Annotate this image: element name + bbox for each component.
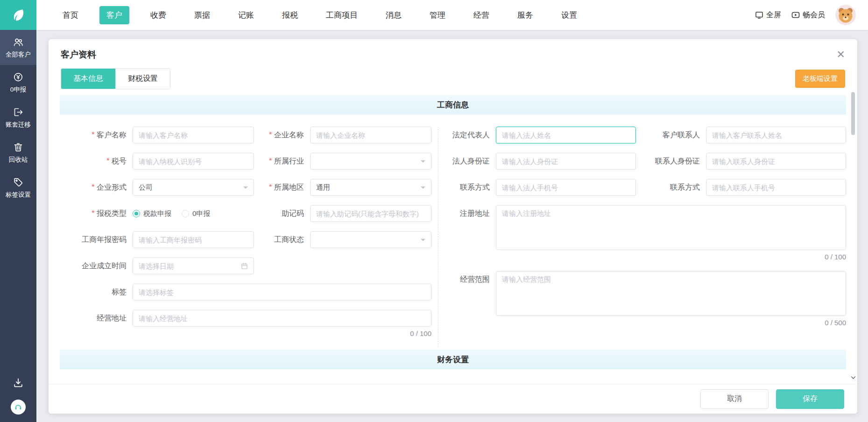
contact-phone-field bbox=[706, 179, 846, 196]
tags-input[interactable] bbox=[139, 288, 425, 296]
radio-dot bbox=[182, 210, 189, 217]
scrollbar[interactable] bbox=[850, 92, 856, 381]
industry-select[interactable] bbox=[310, 153, 431, 170]
nav-item-invoices[interactable]: 票据 bbox=[187, 6, 217, 24]
member-button[interactable]: 畅会员 bbox=[791, 10, 825, 20]
business-status-select[interactable] bbox=[310, 231, 431, 248]
close-icon[interactable]: ✕ bbox=[837, 50, 845, 60]
legal-phone-input[interactable] bbox=[502, 184, 630, 192]
sidebar-item-tag-settings[interactable]: 标签设置 bbox=[0, 170, 36, 205]
company-name-input[interactable] bbox=[316, 131, 425, 139]
member-play-icon bbox=[791, 11, 800, 19]
field-label: 法人身份证 bbox=[447, 153, 496, 170]
nav-item-management[interactable]: 管理 bbox=[423, 6, 452, 24]
avatar[interactable] bbox=[835, 5, 856, 25]
contact-person-input[interactable] bbox=[712, 131, 840, 139]
field-label: 工商状态 bbox=[254, 231, 310, 248]
download-icon[interactable] bbox=[13, 377, 24, 388]
dialog-tabs-row: 基本信息 财税设置 老板端设置 bbox=[49, 65, 857, 89]
sidebar-item-zero-declare[interactable]: 0申报 bbox=[0, 65, 36, 100]
radio-tax-declare[interactable]: 税款申报 bbox=[133, 209, 171, 218]
chevron-down-icon bbox=[243, 186, 248, 191]
support-chat-button[interactable] bbox=[11, 400, 26, 415]
mnemonic-input[interactable] bbox=[316, 210, 425, 218]
establish-date-picker[interactable] bbox=[133, 257, 254, 274]
cancel-button[interactable]: 取消 bbox=[700, 389, 769, 409]
tabs-group: 基本信息 财税设置 bbox=[61, 68, 170, 89]
sidebar: 全部客户 0申报 账套迁移 回收站 bbox=[0, 30, 36, 205]
tab-tax-settings[interactable]: 财税设置 bbox=[115, 69, 170, 89]
contact-id-input[interactable] bbox=[712, 157, 840, 165]
sidebar-item-all-customers[interactable]: 全部客户 bbox=[0, 30, 36, 65]
nav-item-messages[interactable]: 消息 bbox=[379, 6, 409, 24]
chevron-down-icon[interactable] bbox=[850, 374, 856, 381]
radio-label: 0申报 bbox=[192, 209, 210, 218]
section-title: 财务设置 bbox=[437, 354, 469, 365]
field-label: 企业形式 bbox=[63, 179, 133, 196]
nav-item-operations[interactable]: 经营 bbox=[466, 6, 496, 24]
fullscreen-label: 全屏 bbox=[766, 10, 781, 20]
field-label: 工商年报密码 bbox=[63, 231, 133, 248]
establish-date-input[interactable] bbox=[139, 262, 241, 270]
legal-person-field bbox=[496, 127, 636, 143]
region-select[interactable]: 通用 bbox=[310, 179, 431, 196]
field-label: 联系人身份证 bbox=[636, 153, 706, 170]
fullscreen-button[interactable]: 全屏 bbox=[755, 10, 781, 20]
legal-id-field bbox=[496, 153, 636, 170]
section-business-info: 工商信息 bbox=[60, 95, 846, 114]
tax-no-input[interactable] bbox=[139, 157, 248, 165]
radio-zero-declare[interactable]: 0申报 bbox=[182, 209, 210, 218]
char-counter: 0 / 500 bbox=[496, 319, 846, 327]
calendar-icon bbox=[241, 262, 248, 270]
field-label: 所属行业 bbox=[254, 153, 310, 170]
customer-name-input[interactable] bbox=[139, 131, 248, 139]
company-form-select[interactable]: 公司 bbox=[133, 179, 254, 196]
field-label: 所属地区 bbox=[254, 179, 310, 196]
nav-item-business-projects[interactable]: 工商项目 bbox=[319, 6, 365, 24]
sidebar-item-label: 回收站 bbox=[9, 156, 28, 164]
section-finance-settings: 财务设置 bbox=[60, 350, 846, 369]
fullscreen-icon bbox=[755, 11, 763, 19]
tax-no-field bbox=[133, 153, 254, 170]
nav-item-bookkeeping[interactable]: 记账 bbox=[231, 6, 261, 24]
nav-item-home[interactable]: 首页 bbox=[56, 6, 85, 24]
nav-item-billing[interactable]: 收费 bbox=[143, 6, 173, 24]
registered-address-textarea[interactable] bbox=[502, 209, 840, 246]
annual-report-password-input[interactable] bbox=[139, 236, 248, 244]
save-button[interactable]: 保存 bbox=[776, 389, 844, 409]
tag-icon bbox=[13, 177, 23, 187]
tab-basic-info[interactable]: 基本信息 bbox=[61, 69, 115, 89]
scrollbar-thumb[interactable] bbox=[851, 92, 855, 135]
company-name-field bbox=[310, 127, 431, 143]
legal-person-input[interactable] bbox=[502, 131, 630, 139]
field-label: 经营范围 bbox=[447, 271, 496, 288]
nav-item-settings[interactable]: 设置 bbox=[554, 6, 584, 24]
sidebar-item-label: 全部客户 bbox=[6, 50, 31, 59]
field-label: 联系方式 bbox=[636, 179, 706, 196]
field-label: 助记码 bbox=[254, 205, 310, 222]
field-label: 注册地址 bbox=[447, 205, 496, 222]
nav-item-services[interactable]: 服务 bbox=[510, 6, 540, 24]
dialog-body: 工商信息 客户名称 企业名称 bbox=[49, 89, 857, 384]
contact-phone-input[interactable] bbox=[712, 184, 840, 192]
nav-item-customers[interactable]: 客户 bbox=[99, 6, 129, 24]
field-label: 企业成立时间 bbox=[63, 257, 133, 274]
sidebar-item-label: 账套迁移 bbox=[6, 121, 31, 129]
business-address-input[interactable] bbox=[139, 315, 425, 322]
app-logo[interactable] bbox=[0, 0, 36, 30]
section-title: 工商信息 bbox=[437, 100, 469, 110]
dialog-header: 客户资料 ✕ bbox=[49, 39, 857, 65]
nav-item-tax-filing[interactable]: 报税 bbox=[275, 6, 305, 24]
char-counter: 0 / 100 bbox=[133, 329, 431, 337]
business-scope-textarea[interactable] bbox=[502, 275, 840, 312]
field-label: 报税类型 bbox=[63, 205, 133, 222]
sidebar-item-label: 标签设置 bbox=[6, 191, 31, 199]
sidebar-item-account-migration[interactable]: 账套迁移 bbox=[0, 100, 36, 135]
legal-id-input[interactable] bbox=[502, 157, 630, 165]
customer-name-field bbox=[133, 127, 254, 143]
boss-settings-button[interactable]: 老板端设置 bbox=[795, 70, 845, 88]
leaf-logo-icon bbox=[9, 6, 27, 24]
chevron-down-icon bbox=[421, 239, 425, 243]
legal-phone-field bbox=[496, 179, 636, 196]
sidebar-item-recycle-bin[interactable]: 回收站 bbox=[0, 135, 36, 170]
